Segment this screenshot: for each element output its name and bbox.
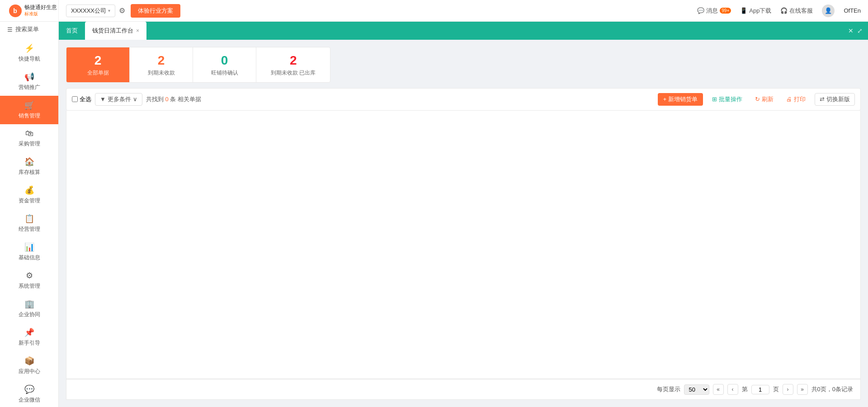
last-page-button[interactable]: » xyxy=(797,384,808,395)
sidebar-item-label: 新手引导 xyxy=(19,339,40,347)
trial-button[interactable]: 体验行业方案 xyxy=(131,4,180,18)
message-button[interactable]: 💬 消息 99+ xyxy=(697,7,731,15)
user-name[interactable]: OfTEn xyxy=(844,7,861,14)
sidebar-item-finance[interactable]: 💰 资金管理 xyxy=(0,181,58,209)
sidebar-item-label: 企业协同 xyxy=(19,311,40,318)
page-prefix: 第 xyxy=(742,385,748,393)
pagination: 每页显示 50 100 200 « ‹ 第 页 › » 共0页，0条记录 xyxy=(66,379,861,400)
table-area xyxy=(66,111,861,379)
filter-button[interactable]: ▼ 更多条件 ∨ xyxy=(95,93,142,106)
stat-label-pending: 旺铺待确认 xyxy=(211,69,238,77)
nav-tabs: 首页 钱货日清工作台 × ✕ ⤢ xyxy=(59,22,868,40)
toolbar-left: 全选 ▼ 更多条件 ∨ 共找到 0 条 相关单据 xyxy=(72,93,654,106)
tab-workbench[interactable]: 钱货日清工作台 × xyxy=(85,22,146,40)
refresh-button[interactable]: ↻ 刷新 xyxy=(751,94,777,105)
main-content: 2 全部单据 2 到期未收款 0 旺铺待确认 2 到期未收款 已出库 全选 ▼ … xyxy=(59,40,868,407)
service-icon: 🎧 xyxy=(780,7,788,14)
batch-icon: ⊞ xyxy=(712,96,717,103)
sidebar-item-label: 资金管理 xyxy=(19,197,40,205)
close-window-icon[interactable]: ✕ xyxy=(848,27,854,34)
next-page-button[interactable]: › xyxy=(783,384,793,395)
filter-dropdown-icon: ∨ xyxy=(133,96,137,103)
stat-number-overdue: 2 xyxy=(158,53,165,68)
stat-card-pending[interactable]: 0 旺铺待确认 xyxy=(193,47,256,82)
switch-icon: ⇄ xyxy=(820,96,825,103)
sidebar-item-sales[interactable]: 🛒 销售管理 xyxy=(0,96,58,124)
sidebar-item-app-center[interactable]: 📦 应用中心 xyxy=(0,351,58,380)
message-label: 消息 xyxy=(706,7,718,15)
base-info-icon: 📊 xyxy=(24,242,34,252)
expand-window-icon[interactable]: ⤢ xyxy=(857,27,863,34)
logo-title: 畅捷通好生意 xyxy=(24,4,57,11)
toolbar: 全选 ▼ 更多条件 ∨ 共找到 0 条 相关单据 + 新增销货单 ⊞ 批量操作 … xyxy=(66,88,861,111)
sidebar-item-system[interactable]: ⚙ 系统管理 xyxy=(0,266,58,295)
message-badge: 99+ xyxy=(720,8,731,14)
company-selector[interactable]: XXXXXX公司 ▾ xyxy=(66,5,115,17)
chevron-down-icon: ▾ xyxy=(108,8,110,13)
sales-icon: 🛒 xyxy=(24,100,34,110)
per-page-select[interactable]: 50 100 200 xyxy=(684,384,709,395)
found-text: 共找到 0 条 相关单据 xyxy=(146,95,201,103)
sidebar-item-weixin[interactable]: 💬 企业微信 xyxy=(0,380,58,407)
sidebar-item-inventory[interactable]: 🏠 库存核算 xyxy=(0,152,58,181)
close-tab-icon[interactable]: × xyxy=(136,28,139,34)
page-number-input[interactable] xyxy=(751,385,769,394)
first-page-button[interactable]: « xyxy=(713,384,724,395)
online-service-button[interactable]: 🎧 在线客服 xyxy=(780,7,813,15)
sidebar-item-base-info[interactable]: 📊 基础信息 xyxy=(0,238,58,266)
sidebar-item-purchase[interactable]: 🛍 采购管理 xyxy=(0,124,58,152)
logo-subtitle: 标准版 xyxy=(24,11,57,17)
batch-operation-button[interactable]: ⊞ 批量操作 xyxy=(708,94,746,105)
sidebar-item-operations[interactable]: 📋 经营管理 xyxy=(0,209,58,238)
stat-card-shipped[interactable]: 2 到期未收款 已出库 xyxy=(256,47,330,82)
stat-card-overdue[interactable]: 2 到期未收款 xyxy=(130,47,193,82)
stat-label-overdue: 到期未收款 xyxy=(148,69,175,77)
stat-card-all[interactable]: 2 全部单据 xyxy=(66,47,130,82)
select-all-area[interactable]: 全选 xyxy=(72,95,91,103)
stat-number-shipped: 2 xyxy=(290,53,297,68)
switch-label: 切换新版 xyxy=(826,95,850,103)
message-icon: 💬 xyxy=(697,7,704,14)
search-menu-label: 搜索菜单 xyxy=(15,25,39,33)
add-sales-order-button[interactable]: + 新增销货单 xyxy=(658,93,703,106)
finance-icon: 💰 xyxy=(24,185,34,195)
sidebar-item-marketing[interactable]: 📢 营销推广 xyxy=(0,67,58,96)
tab-home[interactable]: 首页 xyxy=(59,22,85,40)
switch-version-button[interactable]: ⇄ 切换新版 xyxy=(815,93,855,106)
filter-label: 更多条件 xyxy=(108,95,131,103)
settings-icon[interactable]: ⚙ xyxy=(119,6,125,15)
sidebar-item-guide[interactable]: 📌 新手引导 xyxy=(0,323,58,351)
print-icon: 🖨 xyxy=(786,96,792,103)
purchase-icon: 🛍 xyxy=(25,129,33,138)
enterprise-icon: 🏢 xyxy=(24,299,34,309)
online-service-label: 在线客服 xyxy=(789,7,813,15)
first-page-icon: « xyxy=(717,386,720,393)
tab-workbench-label: 钱货日清工作台 xyxy=(92,27,133,35)
next-page-icon: › xyxy=(787,386,789,393)
print-button[interactable]: 🖨 打印 xyxy=(783,94,809,105)
operations-icon: 📋 xyxy=(24,214,34,224)
filter-icon: ▼ xyxy=(100,96,106,103)
stat-number-all: 2 xyxy=(94,53,102,68)
prev-page-icon: ‹ xyxy=(732,386,734,393)
sidebar-item-label: 应用中心 xyxy=(19,368,40,375)
top-header: b 畅捷通好生意 标准版 XXXXXX公司 ▾ ⚙ 体验行业方案 💬 消息 99… xyxy=(0,0,868,22)
sidebar-item-label: 库存核算 xyxy=(19,168,40,176)
search-menu-item[interactable]: ☰ 搜索菜单 xyxy=(0,22,58,37)
sidebar-item-label: 采购管理 xyxy=(19,140,40,148)
batch-label: 批量操作 xyxy=(719,95,742,103)
refresh-icon: ↻ xyxy=(755,96,760,103)
sidebar-item-label: 系统管理 xyxy=(19,282,40,290)
prev-page-button[interactable]: ‹ xyxy=(727,384,738,395)
found-count: 0 xyxy=(165,96,169,103)
sidebar-item-enterprise[interactable]: 🏢 企业协同 xyxy=(0,295,58,323)
toolbar-right: + 新增销货单 ⊞ 批量操作 ↻ 刷新 🖨 打印 ⇄ 切换新版 xyxy=(658,93,855,106)
select-all-checkbox[interactable] xyxy=(72,96,78,102)
select-all-label: 全选 xyxy=(80,95,91,103)
inventory-icon: 🏠 xyxy=(24,157,34,167)
sidebar-item-quick-nav[interactable]: ⚡ 快捷导航 xyxy=(0,39,58,67)
app-download-button[interactable]: 📱 App下载 xyxy=(740,7,771,15)
avatar: 👤 xyxy=(822,5,835,17)
tab-home-label: 首页 xyxy=(66,27,78,35)
sidebar-item-label: 营销推广 xyxy=(19,84,40,91)
